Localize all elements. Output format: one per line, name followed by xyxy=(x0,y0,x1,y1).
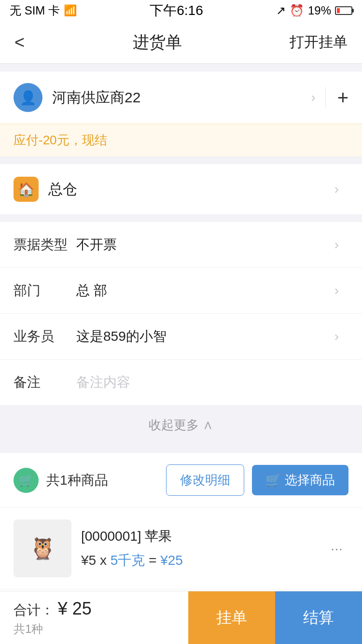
product-multiply: x xyxy=(100,553,111,568)
cart-icon: 🛒 xyxy=(19,474,33,487)
status-right: ↗ ⏰ 19% xyxy=(276,4,352,17)
staff-chevron-icon: › xyxy=(334,329,339,344)
product-info: [0000001] 苹果 ¥5 x 5千克 = ¥25 xyxy=(81,527,325,570)
warehouse-name: 总仓 xyxy=(48,180,334,199)
goods-header: 🛒 共1种商品 修改明细 🛒 选择商品 xyxy=(0,453,362,508)
status-time: 下午6:16 xyxy=(150,1,203,20)
product-total: ¥25 xyxy=(160,553,183,568)
supplier-name: 河南供应商22 xyxy=(52,88,311,108)
supplier-divider xyxy=(325,87,326,108)
select-goods-icon: 🛒 xyxy=(265,473,281,488)
product-price: ¥5 x 5千克 = ¥25 xyxy=(81,551,325,570)
supplier-section: 👤 河南供应商22 › + 应付-20元，现结 xyxy=(0,71,362,156)
location-icon: ↗ xyxy=(276,4,286,17)
open-hang-button[interactable]: 打开挂单 xyxy=(290,32,348,52)
status-bar: 无 SIM 卡 📶 下午6:16 ↗ ⏰ 19% xyxy=(0,0,362,21)
supplier-avatar: 👤 xyxy=(14,83,42,112)
invoice-row[interactable]: 票据类型 不开票 › xyxy=(0,222,362,268)
total-row: 合计： ¥ 25 xyxy=(14,599,175,619)
form-section: 票据类型 不开票 › 部门 总 部 › 业务员 这是859的小智 › 备注 备注… xyxy=(0,222,362,405)
gap-1 xyxy=(0,64,362,71)
product-name: [0000001] 苹果 xyxy=(81,527,325,546)
select-goods-button[interactable]: 🛒 选择商品 xyxy=(252,465,348,495)
dept-row[interactable]: 部门 总 部 › xyxy=(0,268,362,314)
dept-chevron-icon: › xyxy=(334,283,339,298)
wifi-icon: 📶 xyxy=(64,4,77,17)
collapse-row[interactable]: 收起更多 ∧ xyxy=(0,405,362,445)
remark-label: 备注 xyxy=(14,373,76,392)
product-code: [0000001] xyxy=(81,529,141,544)
invoice-value: 不开票 xyxy=(76,236,334,254)
warehouse-chevron-icon: › xyxy=(334,182,339,197)
goods-count: 共1种商品 xyxy=(46,471,166,490)
supplier-row[interactable]: 👤 河南供应商22 › + xyxy=(0,71,362,124)
invoice-label: 票据类型 xyxy=(14,236,76,254)
settle-button[interactable]: 结算 xyxy=(275,591,362,644)
avatar-icon: 👤 xyxy=(20,90,37,106)
hang-button[interactable]: 挂单 xyxy=(188,591,275,644)
page-title: 进货单 xyxy=(133,31,182,54)
gap-4 xyxy=(0,445,362,453)
total-label: 合计： xyxy=(14,602,54,617)
footer-total: 合计： ¥ 25 共1种 xyxy=(0,591,188,644)
gap-2 xyxy=(0,156,362,164)
carrier-text: 无 SIM 卡 xyxy=(10,3,60,18)
goods-icon: 🛒 xyxy=(14,468,39,493)
warehouse-row[interactable]: 🏠 总仓 › xyxy=(0,164,362,214)
remark-row[interactable]: 备注 备注内容 xyxy=(0,360,362,405)
product-more-button[interactable]: ··· xyxy=(325,536,348,560)
staff-value: 这是859的小智 xyxy=(76,327,334,346)
gap-3 xyxy=(0,214,362,222)
nav-bar: < 进货单 打开挂单 xyxy=(0,21,362,64)
warehouse-icon: 🏠 xyxy=(14,177,39,202)
select-goods-label: 选择商品 xyxy=(285,472,335,489)
staff-row[interactable]: 业务员 这是859的小智 › xyxy=(0,314,362,360)
dept-value: 总 部 xyxy=(76,281,334,300)
supplier-chevron-icon: › xyxy=(311,90,315,105)
supplier-hint: 应付-20元，现结 xyxy=(0,124,362,156)
footer: 合计： ¥ 25 共1种 挂单 结算 xyxy=(0,591,362,644)
alarm-icon: ⏰ xyxy=(290,4,304,17)
remark-input[interactable]: 备注内容 xyxy=(76,373,348,392)
add-button[interactable]: + xyxy=(337,87,348,109)
dept-label: 部门 xyxy=(14,281,76,300)
product-image: 🦉 xyxy=(14,519,71,577)
invoice-chevron-icon: › xyxy=(334,237,339,252)
staff-label: 业务员 xyxy=(14,327,76,346)
total-amount: ¥ 25 xyxy=(58,599,92,618)
battery-text: 19% xyxy=(308,4,331,17)
collapse-label: 收起更多 ∧ xyxy=(149,417,213,434)
edit-detail-button[interactable]: 修改明细 xyxy=(166,464,244,496)
total-sub: 共1种 xyxy=(14,621,175,637)
product-placeholder-icon: 🦉 xyxy=(29,536,56,561)
product-quantity: 5千克 xyxy=(111,553,145,568)
product-unit-price: ¥5 xyxy=(81,553,96,568)
battery-icon xyxy=(335,6,352,15)
product-row: 🦉 [0000001] 苹果 ¥5 x 5千克 = ¥25 ··· xyxy=(0,508,362,589)
product-title-text: 苹果 xyxy=(145,529,172,544)
warehouse-section: 🏠 总仓 › xyxy=(0,164,362,214)
status-left: 无 SIM 卡 📶 xyxy=(10,3,77,18)
product-equals: = xyxy=(149,553,160,568)
back-button[interactable]: < xyxy=(14,32,25,53)
